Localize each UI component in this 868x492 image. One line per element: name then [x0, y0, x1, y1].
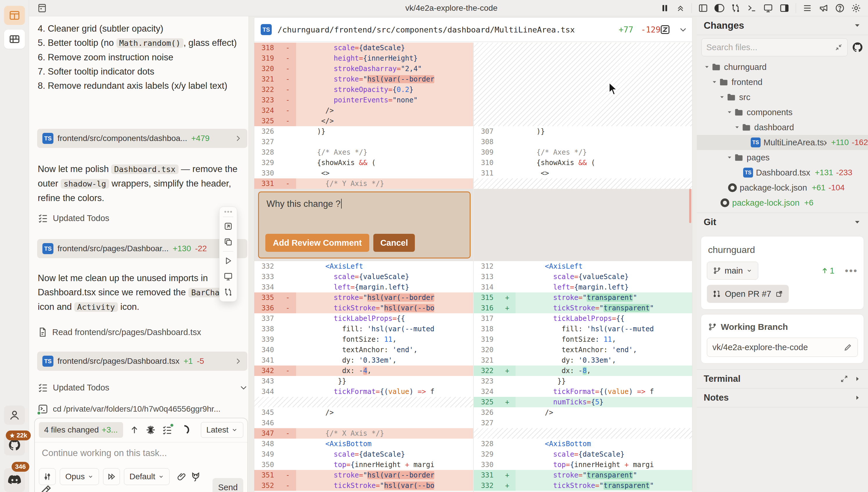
- diff-line[interactable]: 314left={margin.left}: [474, 282, 693, 292]
- diff-line[interactable]: 328{/* Axes */}: [254, 147, 473, 157]
- diff-line[interactable]: 331-{/* Y Axis */}: [254, 178, 473, 189]
- diff-line[interactable]: 322-strokeOpacity={0.2}: [254, 84, 473, 95]
- diff-line[interactable]: 330top={innerHeight + margi: [474, 460, 693, 470]
- tree-folder-dashboard[interactable]: dashboard: [697, 120, 868, 135]
- diff-line[interactable]: 330<>: [254, 168, 473, 178]
- account-button[interactable]: [4, 405, 25, 425]
- diff-line[interactable]: 340textAnchor: 'end',: [254, 345, 473, 355]
- diff-line[interactable]: 334left={margin.left}: [254, 282, 473, 292]
- notes-section-header[interactable]: Notes: [697, 389, 868, 407]
- diff-line[interactable]: 345/>: [254, 407, 473, 418]
- diff-line[interactable]: 327: [474, 418, 693, 428]
- diff-line[interactable]: 342-dx: -4,: [254, 366, 473, 376]
- terminal-prompt-icon[interactable]: [747, 3, 757, 13]
- tree-folder-frontend[interactable]: frontend: [697, 75, 868, 90]
- diff-line[interactable]: 344tickFormat={(value) => f: [254, 387, 473, 397]
- diff-line[interactable]: 328<AxisBottom: [474, 439, 693, 449]
- diff-line[interactable]: 332+tickStroke="transparent": [474, 481, 693, 491]
- latest-dropdown[interactable]: Latest: [201, 422, 243, 438]
- paperclip-icon[interactable]: [177, 472, 186, 482]
- help-icon[interactable]: [835, 3, 845, 13]
- diff-line[interactable]: 352-tickStroke="hsl(var(--bo: [254, 481, 473, 491]
- add-review-comment-button[interactable]: Add Review Comment: [265, 234, 369, 252]
- search-box[interactable]: [701, 38, 848, 56]
- chevron-right-icon[interactable]: [854, 375, 861, 382]
- chevron-right-icon[interactable]: [854, 394, 861, 401]
- file-change-chip[interactable]: TSfrontend/src/pages/Dashboard.tsx+1-5: [37, 351, 247, 371]
- diff-line[interactable]: 331+stroke="transparent": [474, 470, 693, 481]
- files-changed-chip[interactable]: 4 files changed +3...: [39, 422, 123, 438]
- megaphone-icon[interactable]: [819, 3, 828, 13]
- play-icon[interactable]: [221, 254, 235, 267]
- scroll-up-icon[interactable]: [130, 425, 139, 435]
- diff-line[interactable]: 333scale={valueScale}: [254, 272, 473, 282]
- tree-folder-components[interactable]: components: [697, 105, 868, 120]
- diff-line[interactable]: 325-</>: [254, 116, 473, 126]
- menu-icon[interactable]: [802, 3, 812, 13]
- panel-left-icon[interactable]: [698, 3, 708, 13]
- working-branch-input[interactable]: vk/4e2a-explore-the-code: [707, 338, 858, 357]
- collapse-up-icon[interactable]: [676, 3, 685, 13]
- review-comment-input[interactable]: Why this change ?: [266, 199, 342, 209]
- diff-line[interactable]: 322+dx: -8,: [474, 366, 693, 376]
- diff-line[interactable]: 339fontSize: 11,: [254, 334, 473, 345]
- chevron-right-icon[interactable]: [234, 357, 242, 365]
- chevron-down-icon[interactable]: [853, 22, 861, 29]
- diff-line[interactable]: 319-height={innerHeight}: [254, 53, 473, 64]
- updated-todos-row-1[interactable]: Updated Todos: [38, 213, 248, 223]
- workspace-tab-active[interactable]: [4, 6, 25, 25]
- diff-line[interactable]: 326)}: [254, 126, 473, 137]
- diff-line[interactable]: 318fill: 'hsl(var(--muted: [474, 324, 693, 334]
- diff-line[interactable]: 308: [474, 137, 693, 147]
- cat-icon[interactable]: [190, 471, 201, 482]
- diff-line[interactable]: 349scale={dateScale}: [254, 449, 473, 460]
- diff-line[interactable]: 335-stroke="hsl(var(--border: [254, 292, 473, 303]
- send-button[interactable]: Send: [212, 478, 243, 492]
- workspace-tab[interactable]: [4, 30, 25, 49]
- workspace-box-icon[interactable]: [37, 3, 47, 13]
- fast-forward-button[interactable]: [103, 468, 120, 485]
- theme-contrast-icon[interactable]: [714, 3, 724, 13]
- diff-line[interactable]: 351-stroke="hsl(var(--border: [254, 470, 473, 481]
- collapse-diff-chevron-icon[interactable]: [679, 25, 687, 34]
- cancel-button[interactable]: Cancel: [373, 234, 415, 252]
- highlighter-icon[interactable]: [40, 484, 52, 492]
- diff-line[interactable]: 320textAnchor: 'end',: [474, 345, 693, 355]
- pause-icon[interactable]: [660, 3, 670, 13]
- open-pr-button[interactable]: Open PR #7: [707, 285, 789, 303]
- tree-file-multilinearea-tsx[interactable]: TSMultiLineArea.tsx+110-162: [697, 135, 868, 150]
- tree-file-dashboard-tsx[interactable]: TSDashboard.tsx+131-233: [697, 165, 868, 180]
- settings-sliders-button[interactable]: [39, 468, 56, 485]
- edit-pencil-icon[interactable]: [844, 343, 852, 351]
- caret-down-icon[interactable]: [718, 94, 726, 100]
- message-input[interactable]: Continue working on this task...: [42, 448, 167, 458]
- diff-line[interactable]: 343}}: [254, 376, 473, 387]
- diff-line[interactable]: 310{showAxis && (: [474, 157, 693, 168]
- diff-line[interactable]: 336-tickStroke="hsl(var(--bo: [254, 303, 473, 313]
- mode-dropdown[interactable]: Default: [124, 468, 169, 485]
- diff-line[interactable]: 320-strokeDasharray="2,4": [254, 64, 473, 74]
- diff-line[interactable]: 326/>: [474, 407, 693, 418]
- display-icon[interactable]: [763, 3, 773, 13]
- diff-line[interactable]: 324-/>: [254, 105, 473, 116]
- diff-line[interactable]: 321dy: '0.33em',: [474, 355, 693, 366]
- diff-line[interactable]: 307)}: [474, 126, 693, 137]
- chevron-down-icon[interactable]: [239, 383, 248, 392]
- diff-line[interactable]: 315+stroke="transparent": [474, 292, 693, 303]
- diff-line[interactable]: 316+tickStroke="transparent": [474, 303, 693, 313]
- diff-line[interactable]: 309{/* Axes */}: [474, 147, 693, 157]
- diff-line[interactable]: 332<AxisLeft: [254, 261, 473, 272]
- changes-section-header[interactable]: Changes: [697, 16, 868, 35]
- diff-line[interactable]: 313scale={valueScale}: [474, 272, 693, 282]
- settings-gear-icon[interactable]: [851, 3, 861, 13]
- tree-file-package-lock-json[interactable]: package-lock.json+61-104: [697, 180, 868, 195]
- git-compare-icon[interactable]: [221, 286, 235, 298]
- discord-link[interactable]: [4, 468, 25, 492]
- git-compare-icon[interactable]: [731, 3, 741, 13]
- chevron-down-icon[interactable]: [853, 218, 861, 226]
- tree-file-package-lock-json[interactable]: package-lock.json+6: [697, 195, 868, 210]
- commits-ahead[interactable]: 1: [821, 266, 834, 276]
- read-file-row[interactable]: Read frontend/src/pages/Dashboard.tsx: [38, 327, 248, 337]
- review-comment-box[interactable]: Why this change ?Add Review CommentCance…: [258, 192, 471, 259]
- diff-line[interactable]: 319fontSize: 11,: [474, 334, 693, 345]
